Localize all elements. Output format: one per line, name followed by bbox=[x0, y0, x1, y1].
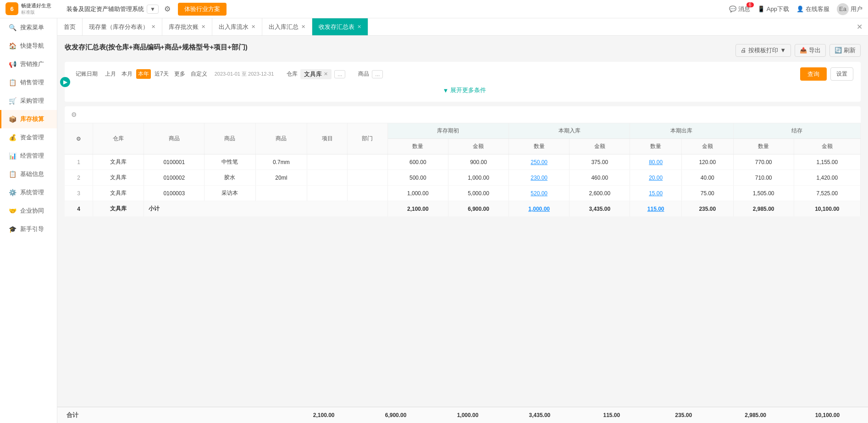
subtotal-warehouse: 文具库 bbox=[93, 201, 144, 217]
date-btn-this-month[interactable]: 本月 bbox=[120, 69, 134, 79]
row-3-goods-name: 采访本 bbox=[205, 186, 255, 201]
sidebar-item-inventory[interactable]: 📦 库存核算 bbox=[0, 110, 57, 128]
row-2-out-qty[interactable]: 20.00 bbox=[630, 170, 682, 186]
footer-in-qty: 1,000.00 bbox=[432, 412, 504, 418]
tab-bar-close-btn[interactable]: ✕ bbox=[851, 22, 868, 31]
row-1-goods-spec: 0.7mm bbox=[255, 154, 307, 170]
row-2-in-amt: 460.00 bbox=[569, 170, 630, 186]
filter-buttons: 查询 设置 bbox=[800, 67, 853, 81]
th-goods-spec: 商品 bbox=[255, 123, 307, 154]
goods-ellipsis-btn[interactable]: ... bbox=[372, 70, 383, 78]
tab-inout-summary[interactable]: 出入库汇总 ✕ bbox=[262, 18, 312, 36]
search-icon: 🔍 bbox=[9, 24, 17, 31]
sidebar-item-finance[interactable]: 💰 资金管理 bbox=[0, 128, 57, 147]
th-group-closing: 结存 bbox=[733, 123, 860, 139]
tab-close-batch-ledger[interactable]: ✕ bbox=[201, 24, 205, 30]
online-service-btn[interactable]: 👤 在线客服 bbox=[796, 5, 829, 13]
row-2-project bbox=[307, 170, 348, 186]
row-1-in-qty[interactable]: 250.00 bbox=[509, 154, 569, 170]
date-filter-label: 记账日期 bbox=[76, 70, 98, 78]
refresh-icon: 🔄 bbox=[835, 47, 842, 54]
row-3-project bbox=[307, 186, 348, 201]
warehouse-ellipsis-btn[interactable]: ... bbox=[334, 70, 345, 78]
system-dropdown-btn[interactable]: ▼ bbox=[147, 5, 159, 14]
date-range-text: 2023-01-01 至 2023-12-31 bbox=[215, 71, 274, 77]
system-icon: ⚙️ bbox=[9, 189, 17, 196]
chevron-down-icon: ▼ bbox=[443, 87, 449, 94]
sidebar-item-sales[interactable]: 📋 销售管理 bbox=[0, 73, 57, 92]
date-btn-custom[interactable]: 自定义 bbox=[189, 69, 209, 79]
subtotal-row: 4 文具库 小计 2,100.00 6,900.00 1,000.00 3,43… bbox=[65, 201, 861, 217]
row-1-goods-code: 0100001 bbox=[144, 154, 205, 170]
experience-btn[interactable]: 体验行业方案 bbox=[178, 3, 227, 16]
row-1-index: 1 bbox=[65, 154, 93, 170]
tab-close-inout-summary[interactable]: ✕ bbox=[301, 24, 305, 30]
th-in-qty: 数量 bbox=[509, 139, 569, 154]
subtotal-out-qty[interactable]: 115.00 bbox=[630, 201, 682, 217]
sidebar-item-purchase[interactable]: 🛒 采购管理 bbox=[0, 92, 57, 110]
sidebar-item-newbie[interactable]: 🎓 新手引导 bbox=[0, 220, 57, 238]
print-dropdown-icon: ▼ bbox=[780, 47, 786, 54]
row-3-out-qty[interactable]: 15.00 bbox=[630, 186, 682, 201]
tab-close-stocktake-summary[interactable]: ✕ bbox=[357, 24, 361, 30]
subtotal-opening-amt: 6,900.00 bbox=[448, 201, 509, 217]
sidebar-item-quicknav[interactable]: 🏠 快捷导航 bbox=[0, 37, 57, 55]
row-3-in-qty[interactable]: 520.00 bbox=[509, 186, 569, 201]
subtotal-in-qty[interactable]: 1,000.00 bbox=[509, 201, 569, 217]
user-area[interactable]: Ea 用户 bbox=[837, 3, 862, 15]
th-close-amt: 金额 bbox=[794, 139, 860, 154]
filter-toggle-arrow[interactable]: ▶ bbox=[60, 77, 70, 87]
tab-stock-dist[interactable]: 现存量（库存分布表） ✕ bbox=[83, 18, 162, 36]
sidebar-item-enterprise[interactable]: 🤝 企业协同 bbox=[0, 202, 57, 220]
inventory-icon: 📦 bbox=[9, 115, 17, 123]
export-btn[interactable]: 📤 导出 bbox=[795, 44, 826, 57]
tab-stocktake-summary[interactable]: 收发存汇总表 ✕ bbox=[312, 18, 368, 36]
tab-close-stock-dist[interactable]: ✕ bbox=[151, 24, 155, 30]
date-btn-7days[interactable]: 近7天 bbox=[153, 69, 171, 79]
sales-icon: 📋 bbox=[9, 79, 17, 86]
th-department: 部门 bbox=[347, 123, 387, 154]
settings-gear-btn[interactable]: ⚙ bbox=[162, 3, 172, 15]
footer-label: 合计 bbox=[62, 411, 83, 419]
filter-settings-btn[interactable]: 设置 bbox=[830, 67, 853, 81]
sidebar-item-operation[interactable]: 📊 经营管理 bbox=[0, 147, 57, 165]
footer-opening-qty: 2,100.00 bbox=[288, 412, 360, 418]
app-download-btn[interactable]: 📱 App下载 bbox=[757, 5, 789, 13]
table-footer: 合计 2,100.00 6,900.00 1,000.00 3,435.00 1… bbox=[57, 407, 868, 423]
sidebar-item-basic[interactable]: 📋 基础信息 bbox=[0, 165, 57, 183]
tab-inout-flow[interactable]: 出入库流水 ✕ bbox=[212, 18, 262, 36]
refresh-btn[interactable]: 🔄 刷新 bbox=[829, 44, 861, 57]
goods-filter: 商品 ... bbox=[358, 70, 383, 78]
warehouse-tag-close[interactable]: ✕ bbox=[324, 71, 328, 77]
sidebar-item-marketing[interactable]: 📢 营销推广 bbox=[0, 55, 57, 73]
date-btn-more[interactable]: 更多 bbox=[172, 69, 187, 79]
message-btn[interactable]: 💬 消息 6 bbox=[729, 5, 750, 13]
print-btn[interactable]: 🖨 按模板打印 ▼ bbox=[735, 44, 791, 57]
col-settings-btn[interactable]: ⚙ bbox=[71, 111, 77, 118]
row-3-close-qty: 1,505.00 bbox=[733, 186, 794, 201]
date-btn-last-month[interactable]: 上月 bbox=[103, 69, 118, 79]
row-2-in-qty[interactable]: 230.00 bbox=[509, 170, 569, 186]
tab-batch-ledger[interactable]: 库存批次账 ✕ bbox=[162, 18, 212, 36]
expand-row: ▼ 展开更多条件 bbox=[76, 84, 853, 96]
row-2-goods-code: 0100002 bbox=[144, 170, 205, 186]
tab-home[interactable]: 首页 bbox=[57, 18, 83, 36]
filter-row-1: 记账日期 上月 本月 本年 近7天 更多 自定义 2023-01-01 至 20… bbox=[76, 67, 853, 81]
date-btn-this-year[interactable]: 本年 bbox=[136, 69, 151, 79]
row-3-index: 3 bbox=[65, 186, 93, 201]
th-close-qty: 数量 bbox=[733, 139, 794, 154]
sidebar-item-search[interactable]: 🔍 搜索菜单 bbox=[0, 18, 57, 37]
footer-close-qty: 2,985.00 bbox=[719, 412, 791, 418]
subtotal-index: 4 bbox=[65, 201, 93, 217]
logo-text: 畅捷通好生意 bbox=[21, 2, 51, 9]
tab-close-inout-flow[interactable]: ✕ bbox=[251, 24, 255, 30]
warehouse-tag: 文具库 ✕ bbox=[300, 69, 332, 79]
query-btn[interactable]: 查询 bbox=[800, 67, 827, 81]
th-in-amt: 金额 bbox=[569, 139, 630, 154]
row-1-out-qty[interactable]: 80.00 bbox=[630, 154, 682, 170]
th-group-period-out: 本期出库 bbox=[630, 123, 733, 139]
row-1-in-amt: 375.00 bbox=[569, 154, 630, 170]
sidebar-item-system[interactable]: ⚙️ 系统管理 bbox=[0, 183, 57, 202]
row-2-opening-qty: 500.00 bbox=[387, 170, 448, 186]
expand-conditions-btn[interactable]: ▼ 展开更多条件 bbox=[76, 84, 853, 96]
